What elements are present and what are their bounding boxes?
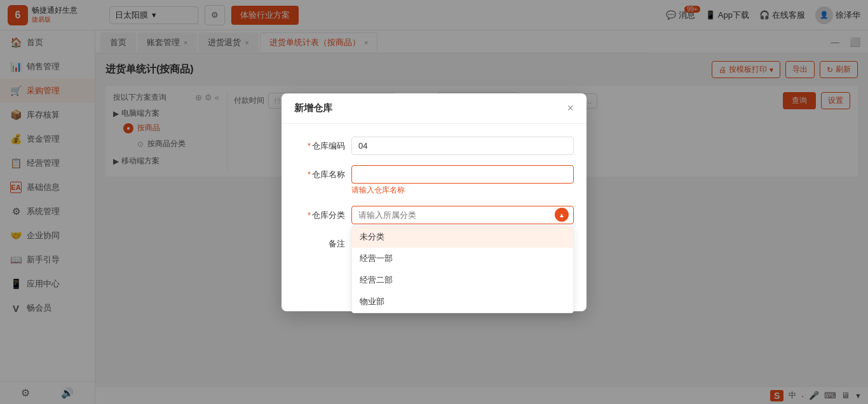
dialog-header: 新增仓库 × bbox=[281, 93, 587, 124]
dialog-title: 新增仓库 bbox=[294, 102, 332, 114]
dropdown-item-0[interactable]: 未分类 bbox=[352, 226, 573, 248]
modal-overlay[interactable]: 新增仓库 × 仓库编码 仓库名称 请输入仓库名称 仓库分类 bbox=[0, 0, 868, 404]
category-dropdown: ▲ 未分类 经营一部 经营二部 物业部 bbox=[351, 206, 574, 224]
dropdown-item-2[interactable]: 经营二部 bbox=[352, 269, 573, 291]
remark-label: 备注 bbox=[294, 234, 345, 250]
dropdown-item-3[interactable]: 物业部 bbox=[352, 291, 573, 313]
dropdown-list: 未分类 经营一部 经营二部 物业部 bbox=[351, 226, 574, 313]
category-input[interactable] bbox=[351, 206, 574, 224]
form-row-category: 仓库分类 ▲ 未分类 经营一部 经营二部 物业部 bbox=[294, 206, 574, 224]
code-input[interactable] bbox=[351, 137, 574, 155]
name-label: 仓库名称 bbox=[294, 165, 345, 180]
new-warehouse-dialog: 新增仓库 × 仓库编码 仓库名称 请输入仓库名称 仓库分类 bbox=[281, 93, 587, 311]
name-input[interactable] bbox=[351, 165, 574, 184]
form-row-code: 仓库编码 bbox=[294, 137, 574, 155]
category-label: 仓库分类 bbox=[294, 206, 345, 221]
name-error-msg: 请输入仓库名称 bbox=[351, 185, 574, 196]
dropdown-toggle-icon[interactable]: ▲ bbox=[555, 208, 569, 222]
form-row-name: 仓库名称 请输入仓库名称 bbox=[294, 165, 574, 196]
dialog-close-icon[interactable]: × bbox=[567, 102, 574, 114]
code-label: 仓库编码 bbox=[294, 137, 345, 152]
dropdown-item-1[interactable]: 经营一部 bbox=[352, 248, 573, 269]
dialog-body: 仓库编码 仓库名称 请输入仓库名称 仓库分类 ▲ 未分类 bbox=[281, 124, 587, 276]
